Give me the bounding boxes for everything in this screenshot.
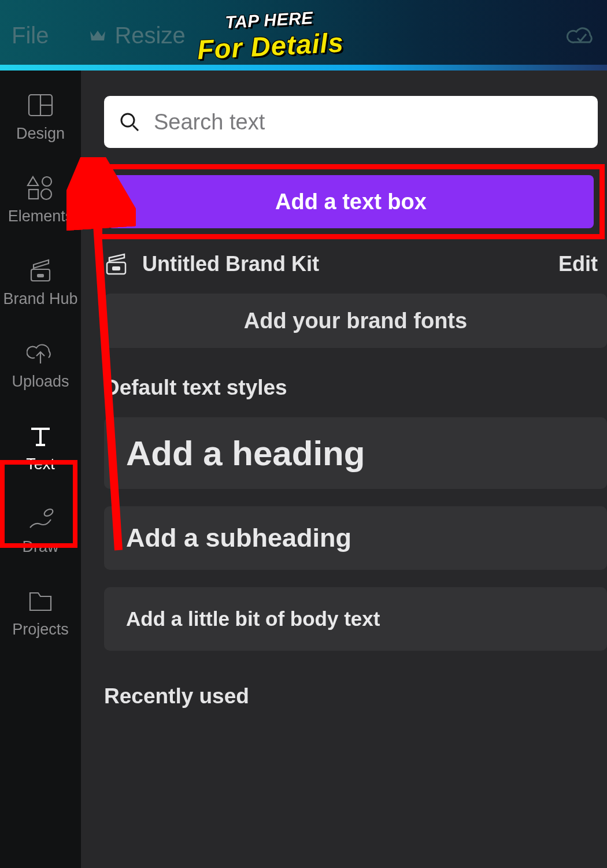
left-sidebar: Design Elements Brand Hub Uploads Text D…	[0, 71, 81, 868]
resize-menu[interactable]: Resize	[89, 23, 185, 49]
sidebar-item-projects[interactable]: Projects	[0, 588, 81, 639]
shapes-icon	[27, 175, 54, 201]
sidebar-item-label: Brand Hub	[3, 290, 77, 308]
brand-hub-icon	[27, 258, 54, 283]
sidebar-item-elements[interactable]: Elements	[0, 175, 81, 225]
add-heading-button[interactable]: Add a heading	[104, 417, 607, 489]
add-text-box-label: Add a text box	[275, 190, 427, 214]
sidebar-item-brand-hub[interactable]: Brand Hub	[0, 258, 81, 308]
file-menu-label: File	[12, 23, 49, 49]
upload-cloud-icon	[27, 340, 54, 366]
add-brand-fonts-label: Add your brand fonts	[244, 309, 467, 333]
svg-rect-4	[29, 190, 38, 199]
add-body-text-button[interactable]: Add a little bit of body text	[104, 587, 607, 651]
search-input[interactable]	[154, 110, 583, 135]
draw-pen-icon	[27, 506, 54, 531]
cloud-sync-icon[interactable]	[567, 24, 595, 47]
sidebar-item-label: Elements	[8, 207, 73, 225]
edit-brand-kit-link[interactable]: Edit	[558, 252, 598, 276]
add-subheading-button[interactable]: Add a subheading	[104, 506, 607, 570]
brand-kit-name: Untitled Brand Kit	[142, 252, 319, 276]
recently-used-heading: Recently used	[104, 684, 607, 709]
search-icon	[119, 112, 140, 132]
add-text-box-button[interactable]: Add a text box	[108, 175, 594, 228]
brand-kit-icon	[104, 253, 128, 276]
sidebar-item-label: Design	[16, 125, 65, 143]
sidebar-item-design[interactable]: Design	[0, 92, 81, 143]
annotation-overlay: TAP HERE For Details	[195, 6, 345, 65]
sidebar-item-draw[interactable]: Draw	[0, 506, 81, 556]
annotation-line2: For Details	[197, 26, 345, 65]
add-heading-label: Add a heading	[126, 433, 365, 473]
templates-icon	[27, 92, 54, 118]
file-menu[interactable]: File	[12, 23, 49, 49]
sidebar-item-label: Projects	[12, 621, 69, 639]
top-menu-bar: File Resize TAP HERE For Details	[0, 0, 607, 71]
text-panel: Add a text box Untitled Brand Kit Edit A…	[81, 71, 607, 868]
add-body-text-label: Add a little bit of body text	[126, 607, 380, 630]
add-brand-fonts-button[interactable]: Add your brand fonts	[104, 294, 607, 348]
text-icon	[27, 423, 54, 448]
svg-point-10	[121, 114, 134, 127]
svg-point-5	[41, 189, 51, 199]
brand-kit-row: Untitled Brand Kit Edit	[104, 252, 598, 276]
sidebar-item-uploads[interactable]: Uploads	[0, 340, 81, 391]
search-box[interactable]	[104, 96, 598, 148]
sidebar-item-label: Text	[26, 455, 55, 473]
default-text-styles-heading: Default text styles	[104, 376, 607, 400]
svg-rect-7	[37, 274, 44, 277]
svg-point-3	[42, 177, 51, 186]
annotation-highlight-box: Add a text box	[97, 164, 605, 239]
annotation-line1: TAP HERE	[195, 6, 343, 34]
sidebar-item-label: Uploads	[12, 373, 69, 391]
svg-point-9	[43, 508, 54, 518]
sidebar-item-label: Draw	[22, 538, 58, 556]
svg-line-11	[133, 125, 138, 131]
add-subheading-label: Add a subheading	[126, 523, 351, 553]
sidebar-item-text[interactable]: Text	[0, 423, 81, 473]
resize-menu-label: Resize	[114, 23, 185, 49]
crown-icon	[89, 29, 106, 42]
folder-icon	[27, 588, 54, 614]
svg-rect-13	[112, 266, 120, 270]
